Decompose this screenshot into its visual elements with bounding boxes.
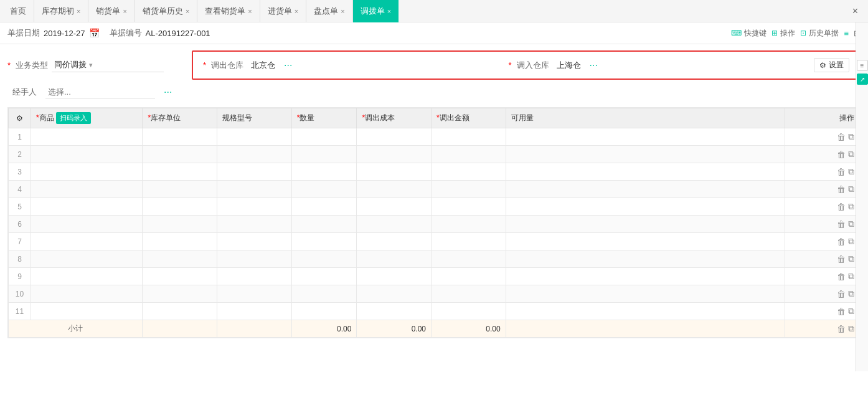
delete-row-3-button[interactable]: 🗑 bbox=[837, 167, 846, 177]
tab-close-purchase-order[interactable]: × bbox=[295, 7, 298, 15]
cell-unit-7[interactable] bbox=[143, 233, 217, 250]
copy-row-3-button[interactable]: ⧉ bbox=[848, 166, 854, 177]
cell-product-7[interactable] bbox=[31, 233, 143, 250]
cell-available-10[interactable] bbox=[506, 285, 785, 303]
cell-cost-10[interactable] bbox=[357, 285, 432, 303]
shortcuts-button[interactable]: ⌨ 快捷键 bbox=[731, 28, 767, 39]
tab-transfer-order[interactable]: 调拨单× bbox=[353, 0, 399, 22]
cell-qty-4[interactable] bbox=[291, 181, 357, 198]
cell-unit-9[interactable] bbox=[143, 268, 217, 285]
tab-close-sales-history[interactable]: × bbox=[186, 7, 189, 15]
calendar-icon[interactable]: 📅 bbox=[89, 28, 100, 38]
copy-row-1-button[interactable]: ⧉ bbox=[848, 131, 854, 142]
copy-row-4-button[interactable]: ⧉ bbox=[848, 184, 854, 194]
cell-available-11[interactable] bbox=[506, 303, 785, 320]
cell-cost-8[interactable] bbox=[357, 250, 432, 268]
window-close-button[interactable]: × bbox=[845, 6, 866, 17]
cell-amount-8[interactable] bbox=[432, 250, 506, 268]
cell-qty-8[interactable] bbox=[291, 250, 357, 268]
cell-amount-2[interactable] bbox=[432, 146, 506, 163]
cell-unit-10[interactable] bbox=[143, 285, 217, 303]
cell-cost-6[interactable] bbox=[357, 216, 432, 233]
copy-row-10-button[interactable]: ⧉ bbox=[848, 288, 854, 299]
cell-available-6[interactable] bbox=[506, 216, 785, 233]
col-settings[interactable]: ⚙ bbox=[9, 108, 31, 128]
list-view-button[interactable]: ≡ bbox=[844, 29, 849, 38]
cell-qty-7[interactable] bbox=[291, 233, 357, 250]
tab-inventory-init[interactable]: 库存期初× bbox=[34, 0, 88, 22]
transfer-in-more-icon[interactable]: ··· bbox=[590, 60, 598, 71]
cell-amount-3[interactable] bbox=[432, 163, 506, 181]
operations-button[interactable]: ⊞ 操作 bbox=[771, 28, 795, 39]
cell-qty-6[interactable] bbox=[291, 216, 357, 233]
cell-available-4[interactable] bbox=[506, 181, 785, 198]
cell-product-6[interactable] bbox=[31, 216, 143, 233]
cell-product-3[interactable] bbox=[31, 163, 143, 181]
cell-qty-10[interactable] bbox=[291, 285, 357, 303]
cell-cost-5[interactable] bbox=[357, 198, 432, 216]
cell-spec-1[interactable] bbox=[217, 128, 292, 146]
cell-spec-5[interactable] bbox=[217, 198, 292, 216]
sidebar-list-icon[interactable]: ≡ bbox=[857, 60, 868, 71]
delete-row-6-button[interactable]: 🗑 bbox=[837, 219, 846, 229]
copy-row-11-button[interactable]: ⧉ bbox=[848, 306, 854, 316]
tab-close-sales-order[interactable]: × bbox=[123, 7, 126, 15]
cell-product-2[interactable] bbox=[31, 146, 143, 163]
cell-product-8[interactable] bbox=[31, 250, 143, 268]
copy-row-2-button[interactable]: ⧉ bbox=[848, 149, 854, 159]
delete-row-2-button[interactable]: 🗑 bbox=[837, 150, 846, 159]
cell-cost-11[interactable] bbox=[357, 303, 432, 320]
cell-spec-4[interactable] bbox=[217, 181, 292, 198]
tab-close-view-sales[interactable]: × bbox=[248, 7, 252, 15]
cell-amount-11[interactable] bbox=[432, 303, 506, 320]
cell-unit-6[interactable] bbox=[143, 216, 217, 233]
cell-unit-3[interactable] bbox=[143, 163, 217, 181]
tab-sales-history[interactable]: 销货单历史× bbox=[135, 0, 197, 22]
transfer-out-more-icon[interactable]: ··· bbox=[284, 60, 292, 71]
warehouse-settings-button[interactable]: ⚙ 设置 bbox=[814, 58, 849, 72]
cell-product-5[interactable] bbox=[31, 198, 143, 216]
delete-row-7-button[interactable]: 🗑 bbox=[837, 237, 846, 247]
cell-amount-1[interactable] bbox=[432, 128, 506, 146]
cell-cost-7[interactable] bbox=[357, 233, 432, 250]
cell-product-11[interactable] bbox=[31, 303, 143, 320]
table-settings-icon[interactable]: ⚙ bbox=[16, 114, 23, 123]
cell-spec-6[interactable] bbox=[217, 216, 292, 233]
handler-more-icon[interactable]: ··· bbox=[164, 87, 172, 98]
tab-sales-order[interactable]: 销货单× bbox=[88, 0, 134, 22]
delete-row-11-button[interactable]: 🗑 bbox=[837, 307, 846, 316]
cell-product-1[interactable] bbox=[31, 128, 143, 146]
cell-cost-3[interactable] bbox=[357, 163, 432, 181]
biz-type-select[interactable]: 同价调拨 ▾ bbox=[52, 58, 164, 72]
cell-product-10[interactable] bbox=[31, 285, 143, 303]
cell-product-9[interactable] bbox=[31, 268, 143, 285]
delete-row-1-button[interactable]: 🗑 bbox=[837, 132, 846, 142]
cell-available-5[interactable] bbox=[506, 198, 785, 216]
cell-spec-11[interactable] bbox=[217, 303, 292, 320]
cell-unit-1[interactable] bbox=[143, 128, 217, 146]
cell-spec-10[interactable] bbox=[217, 285, 292, 303]
cell-unit-4[interactable] bbox=[143, 181, 217, 198]
cell-available-8[interactable] bbox=[506, 250, 785, 268]
copy-row-5-button[interactable]: ⧉ bbox=[848, 201, 854, 212]
copy-row-7-button[interactable]: ⧉ bbox=[848, 236, 854, 247]
cell-qty-11[interactable] bbox=[291, 303, 357, 320]
cell-amount-9[interactable] bbox=[432, 268, 506, 285]
delete-row-4-button[interactable]: 🗑 bbox=[837, 184, 846, 194]
handler-input[interactable] bbox=[45, 86, 155, 98]
subtotal-copy-icon[interactable]: ⧉ bbox=[848, 323, 854, 334]
cell-amount-6[interactable] bbox=[432, 216, 506, 233]
cell-cost-2[interactable] bbox=[357, 146, 432, 163]
cell-unit-11[interactable] bbox=[143, 303, 217, 320]
copy-row-9-button[interactable]: ⧉ bbox=[848, 271, 854, 282]
cell-cost-9[interactable] bbox=[357, 268, 432, 285]
cell-amount-4[interactable] bbox=[432, 181, 506, 198]
cell-unit-2[interactable] bbox=[143, 146, 217, 163]
cell-qty-9[interactable] bbox=[291, 268, 357, 285]
tab-close-transfer-order[interactable]: × bbox=[387, 7, 391, 15]
cell-available-2[interactable] bbox=[506, 146, 785, 163]
cell-spec-9[interactable] bbox=[217, 268, 292, 285]
sidebar-expand-icon[interactable]: ↗ bbox=[857, 74, 868, 85]
delete-row-10-button[interactable]: 🗑 bbox=[837, 289, 846, 299]
cell-amount-5[interactable] bbox=[432, 198, 506, 216]
